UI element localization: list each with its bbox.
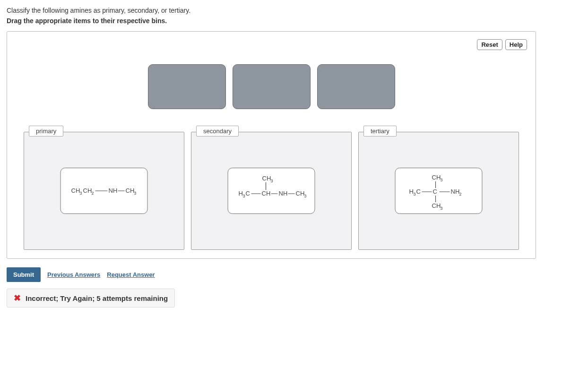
svg-text:3: 3 — [440, 178, 442, 182]
drag-item-placeholder[interactable] — [317, 64, 395, 109]
svg-text:3: 3 — [242, 194, 245, 198]
svg-text:3: 3 — [79, 191, 82, 196]
molecule-card-primary[interactable]: CH 3 CH 2 NH CH 3 — [61, 168, 148, 214]
svg-text:NH: NH — [450, 188, 459, 195]
svg-text:C: C — [432, 188, 437, 195]
bin-secondary[interactable]: secondary CH 3 H 3 C CH NH CH 3 — [191, 132, 352, 250]
svg-text:2: 2 — [91, 191, 94, 196]
drag-item-placeholder[interactable] — [233, 64, 311, 109]
bin-label-primary: primary — [29, 126, 63, 137]
reset-button[interactable]: Reset — [477, 39, 502, 50]
bin-label-tertiary: tertiary — [363, 126, 397, 137]
bins-row: primary CH 3 CH 2 NH CH 3 secondary — [16, 132, 527, 250]
svg-text:3: 3 — [304, 194, 306, 198]
svg-text:CH: CH — [262, 175, 271, 182]
svg-text:H: H — [409, 188, 413, 195]
svg-text:3: 3 — [413, 192, 415, 196]
help-button[interactable]: Help — [505, 39, 527, 50]
incorrect-icon: ✖ — [14, 293, 21, 303]
bin-tertiary[interactable]: tertiary CH 3 H 3 C C NH 2 CH 3 — [358, 132, 519, 250]
molecule-structure-icon: CH 3 CH 2 NH CH 3 — [64, 172, 144, 210]
molecule-structure-icon: CH 3 H 3 C C NH 2 CH 3 — [398, 172, 479, 210]
bin-label-secondary: secondary — [196, 126, 239, 137]
molecule-card-secondary[interactable]: CH 3 H 3 C CH NH CH 3 — [228, 168, 315, 214]
molecule-card-tertiary[interactable]: CH 3 H 3 C C NH 2 CH 3 — [395, 168, 483, 214]
svg-text:CH: CH — [71, 187, 80, 194]
svg-text:CH: CH — [83, 187, 92, 194]
svg-text:NH: NH — [108, 187, 117, 194]
question-prompt: Classify the following amines as primary… — [7, 7, 581, 14]
svg-text:CH: CH — [261, 190, 270, 197]
top-controls: Reset Help — [16, 39, 527, 50]
action-row: Submit Previous Answers Request Answer — [7, 267, 581, 282]
svg-text:H: H — [238, 190, 242, 197]
svg-text:CH: CH — [295, 190, 304, 197]
svg-text:2: 2 — [459, 192, 461, 196]
svg-text:C: C — [416, 188, 420, 195]
previous-answers-link[interactable]: Previous Answers — [47, 271, 100, 278]
request-answer-link[interactable]: Request Answer — [107, 271, 155, 278]
svg-text:CH: CH — [125, 187, 134, 194]
svg-text:3: 3 — [134, 191, 136, 196]
bin-primary[interactable]: primary CH 3 CH 2 NH CH 3 — [24, 132, 184, 250]
molecule-structure-icon: CH 3 H 3 C CH NH CH 3 — [231, 172, 311, 210]
drag-item-placeholder[interactable] — [148, 64, 226, 109]
feedback-message: Incorrect; Try Again; 5 attempts remaini… — [26, 294, 168, 302]
svg-text:3: 3 — [270, 179, 273, 183]
activity-frame: Reset Help primary CH 3 CH 2 NH CH 3 — [7, 31, 536, 259]
svg-text:3: 3 — [440, 206, 442, 210]
feedback-box: ✖ Incorrect; Try Again; 5 attempts remai… — [7, 289, 175, 307]
svg-text:CH: CH — [432, 174, 441, 181]
svg-text:CH: CH — [432, 202, 441, 209]
drag-source-row — [16, 64, 527, 109]
question-instruction: Drag the appropriate items to their resp… — [7, 17, 581, 25]
svg-text:NH: NH — [278, 190, 287, 197]
submit-button[interactable]: Submit — [7, 267, 41, 282]
svg-text:C: C — [245, 190, 250, 197]
